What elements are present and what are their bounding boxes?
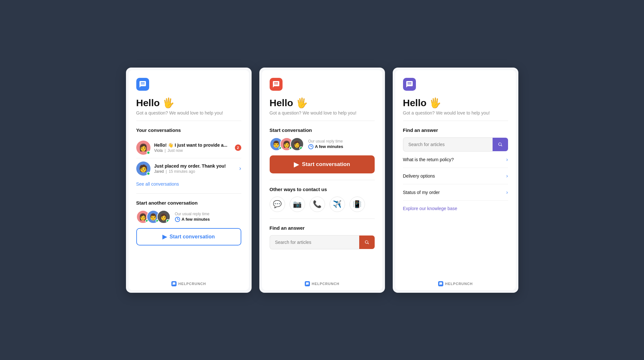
- conversation-item-viola[interactable]: 👩 Hello! 👋 I just want to provide a... V…: [136, 137, 241, 158]
- card3-search-input[interactable]: [403, 137, 493, 152]
- card3-spacer: [395, 218, 516, 277]
- card1-reply-time: Our usual reply time A few minutes: [175, 212, 210, 222]
- agent-dot-3: [166, 219, 169, 223]
- card1-reply-label: Our usual reply time: [175, 212, 210, 216]
- conv-sep-viola: |: [165, 148, 166, 153]
- avatar-jared: 🧑: [136, 162, 150, 176]
- card2-reply-label: Our usual reply time: [308, 139, 343, 143]
- card2-start-btn[interactable]: ▶ Start conversation: [270, 155, 375, 173]
- card-2: Hello 🖐 Got a question? We would love to…: [259, 68, 385, 293]
- social-icon-telegram[interactable]: ✈️: [330, 197, 345, 212]
- article-item-order-status[interactable]: Status of my order ›: [403, 184, 508, 201]
- card1-footer-brand: HELPCRUNCH: [178, 282, 206, 286]
- card2-footer-brand: HELPCRUNCH: [312, 282, 340, 286]
- clock-icon-2: [308, 144, 313, 149]
- cards-container: Hello 🖐 Got a question? We would love to…: [97, 68, 548, 293]
- card1-conversations-section: Your conversations 👩 Hello! 👋 I just wan…: [129, 121, 249, 193]
- card3-find-answer-section: Find an answer What is the return policy…: [395, 121, 516, 218]
- conversation-item-jared[interactable]: 🧑 Just placed my order. Thank you! Jared…: [136, 158, 241, 179]
- card1-reply-minutes: A few minutes: [182, 217, 210, 222]
- article-label-order-status: Status of my order: [403, 190, 440, 195]
- card1-reply-value: A few minutes: [175, 217, 210, 222]
- card1-spacer: [129, 252, 249, 277]
- card2-start-title: Start conversation: [270, 127, 375, 133]
- article-label-return-policy: What is the return policy?: [403, 157, 454, 162]
- social-icon-viber[interactable]: 📳: [350, 197, 365, 212]
- card2-footer: HELPCRUNCH: [262, 277, 382, 290]
- clock-icon-1: [175, 217, 180, 222]
- card3-search-row: [403, 137, 508, 152]
- social-icon-messenger[interactable]: 💬: [270, 197, 285, 212]
- article-chevron-return-policy: ›: [506, 157, 508, 162]
- conv-message-jared: Just placed my order. Thank you!: [154, 163, 237, 169]
- card2-social-icons: 💬 📷 📞 ✈️ 📳: [270, 197, 375, 212]
- card2-agent-row: 👨 👩 👩: [270, 137, 375, 151]
- conv-info-jared: Just placed my order. Thank you! Jared |…: [154, 163, 237, 174]
- card3-find-answer-title: Find an answer: [403, 127, 508, 133]
- card2-reply-value: A few minutes: [308, 144, 343, 149]
- conv-time-jared: 15 minutes ago: [169, 169, 195, 174]
- card-3: Hello 🖐 Got a question? We would love to…: [393, 68, 518, 293]
- card2-reply-time: Our usual reply time A few minutes: [308, 139, 343, 149]
- card3-footer-logo: [438, 281, 443, 286]
- conv-meta-viola: Viola | Just now: [154, 148, 232, 153]
- card2-search-row: [270, 235, 375, 249]
- article-item-return-policy[interactable]: What is the return policy? ›: [403, 152, 508, 168]
- card1-start-btn[interactable]: ▶ Start conversation: [136, 228, 241, 245]
- card2-header: Hello 🖐 Got a question? We would love to…: [262, 70, 382, 121]
- conv-name-viola: Viola: [154, 148, 163, 153]
- conv-name-jared: Jared: [154, 169, 164, 174]
- conv-badge-viola: 2: [235, 144, 241, 151]
- card1-footer: HELPCRUNCH: [129, 277, 249, 290]
- article-label-delivery: Delivery options: [403, 173, 435, 179]
- online-dot-jared: [147, 172, 150, 175]
- card1-footer-logo: [171, 281, 177, 286]
- card-1: Hello 🖐 Got a question? We would love to…: [126, 68, 252, 293]
- conv-info-viola: Hello! 👋 I just want to provide a... Vio…: [154, 143, 232, 153]
- card2-find-answer-title: Find an answer: [270, 225, 375, 231]
- card2-scroll: Start conversation 👨 👩: [262, 121, 382, 277]
- see-all-link[interactable]: See all conversations: [136, 179, 179, 187]
- conv-time-viola: Just now: [168, 148, 183, 153]
- card1-logo: [136, 78, 149, 91]
- social-icon-instagram[interactable]: 📷: [290, 197, 305, 212]
- social-icon-phone[interactable]: 📞: [310, 197, 325, 212]
- conv-sep-jared: |: [166, 169, 167, 174]
- agent-avatar-3: 👩: [157, 210, 170, 224]
- card1-hello-title: Hello 🖐: [136, 97, 241, 108]
- explore-link[interactable]: Explore our knowlege base: [403, 201, 457, 211]
- card2-other-ways-section: Other ways to contact us 💬 📷 📞 ✈️ 📳: [262, 180, 382, 218]
- conv-meta-jared: Jared | 15 minutes ago: [154, 169, 237, 174]
- conv-arrow-jared: ›: [239, 165, 241, 172]
- card2-search-btn[interactable]: [359, 235, 375, 249]
- card2-start-section: Start conversation 👨 👩: [262, 121, 382, 180]
- card2-hello-title: Hello 🖐: [270, 97, 375, 108]
- card2-search-input[interactable]: [270, 235, 359, 249]
- article-chevron-order-status: ›: [506, 189, 508, 195]
- card2-agent-dot-3: [299, 146, 303, 150]
- card1-agent-avatars: 👩 👨 👩: [136, 210, 170, 224]
- card1-hello-subtitle: Got a question? We would love to help yo…: [136, 110, 241, 115]
- card2-reply-minutes: A few minutes: [315, 144, 343, 149]
- article-item-delivery[interactable]: Delivery options ›: [403, 168, 508, 184]
- card1-header: Hello 🖐 Got a question? We would love to…: [129, 70, 249, 121]
- card2-other-ways-title: Other ways to contact us: [270, 187, 375, 192]
- online-dot-viola: [147, 151, 150, 154]
- card1-agent-row: 👩 👨 👩 Our usual reply tim: [136, 210, 241, 224]
- card2-logo: [270, 78, 283, 91]
- card2-footer-logo: [305, 281, 310, 286]
- card3-search-btn[interactable]: [493, 138, 508, 151]
- card1-start-btn-arrow: ▶: [162, 233, 167, 240]
- card2-start-btn-arrow: ▶: [294, 161, 299, 168]
- card3-footer: HELPCRUNCH: [395, 277, 516, 290]
- card1-start-btn-label: Start conversation: [169, 234, 215, 240]
- card2-find-answer-section: Find an answer: [262, 219, 382, 256]
- card3-logo: [403, 78, 416, 91]
- card3-header: Hello 🖐 Got a question? We would love to…: [395, 70, 516, 121]
- card3-hello-subtitle: Got a question? We would love to help yo…: [403, 110, 508, 115]
- card1-start-section: Start another conversation 👩 👨 👩: [129, 194, 249, 252]
- card1-conversations-title: Your conversations: [136, 127, 241, 133]
- avatar-viola: 👩: [136, 141, 150, 155]
- card2-hello-subtitle: Got a question? We would love to help yo…: [270, 110, 375, 115]
- conv-message-viola: Hello! 👋 I just want to provide a...: [154, 143, 232, 148]
